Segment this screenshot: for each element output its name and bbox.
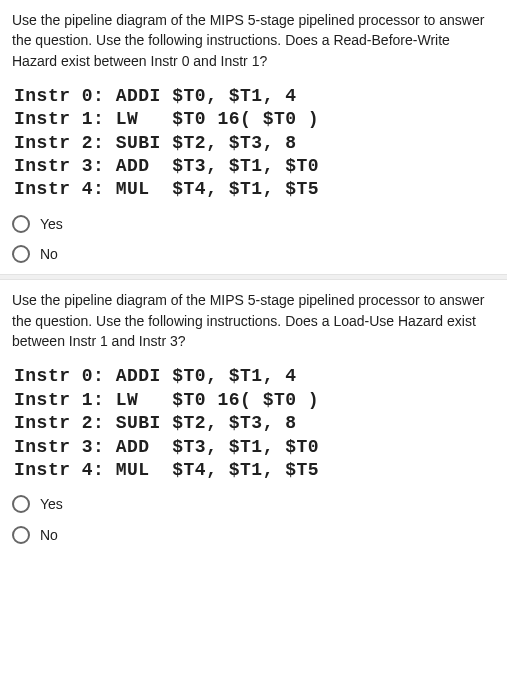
radio-icon	[12, 495, 30, 513]
option-no-q2[interactable]: No	[12, 525, 495, 545]
option-label: No	[40, 525, 58, 545]
question-1: Use the pipeline diagram of the MIPS 5-s…	[12, 10, 495, 264]
radio-icon	[12, 526, 30, 544]
question-2: Use the pipeline diagram of the MIPS 5-s…	[12, 290, 495, 544]
option-yes-q1[interactable]: Yes	[12, 214, 495, 234]
radio-icon	[12, 215, 30, 233]
question-1-prompt: Use the pipeline diagram of the MIPS 5-s…	[12, 10, 495, 71]
option-yes-q2[interactable]: Yes	[12, 494, 495, 514]
radio-icon	[12, 245, 30, 263]
option-no-q1[interactable]: No	[12, 244, 495, 264]
option-label: No	[40, 244, 58, 264]
option-label: Yes	[40, 214, 63, 234]
option-label: Yes	[40, 494, 63, 514]
question-2-options: Yes No	[12, 494, 495, 545]
question-1-code: Instr 0: ADDI $T0, $T1, 4 Instr 1: LW $T…	[14, 85, 495, 202]
question-divider	[0, 274, 507, 280]
question-1-options: Yes No	[12, 214, 495, 265]
question-2-prompt: Use the pipeline diagram of the MIPS 5-s…	[12, 290, 495, 351]
question-2-code: Instr 0: ADDI $T0, $T1, 4 Instr 1: LW $T…	[14, 365, 495, 482]
